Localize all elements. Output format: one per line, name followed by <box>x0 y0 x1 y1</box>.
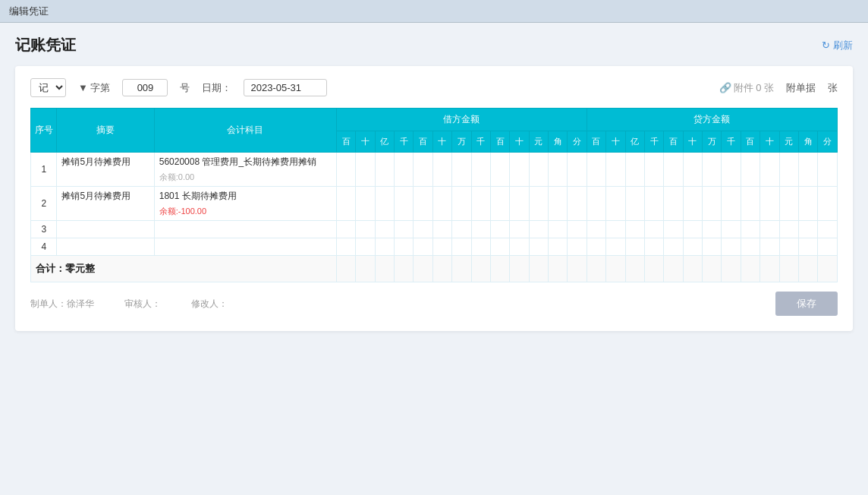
row1-credit-9[interactable] <box>760 187 779 221</box>
row1-debit-1[interactable] <box>356 187 375 221</box>
row3-debit-3[interactable] <box>395 238 414 256</box>
row2-credit-0[interactable] <box>587 221 605 238</box>
row0-debit-2[interactable] <box>375 153 394 187</box>
row3-debit-2[interactable] <box>375 238 394 256</box>
row1-debit-3[interactable] <box>395 187 414 221</box>
row2-credit-9[interactable] <box>760 221 779 238</box>
row3-credit-6[interactable] <box>703 238 722 256</box>
zi-number-input[interactable] <box>122 79 168 96</box>
row0-debit-6[interactable] <box>452 153 471 187</box>
row0-credit-11[interactable] <box>798 153 817 187</box>
row0-credit-1[interactable] <box>606 153 625 187</box>
row1-credit-11[interactable] <box>798 187 817 221</box>
row1-credit-12[interactable] <box>818 187 838 221</box>
row0-debit-4[interactable] <box>414 153 432 187</box>
row3-credit-11[interactable] <box>798 238 817 256</box>
row2-credit-3[interactable] <box>644 221 663 238</box>
row3-credit-0[interactable] <box>587 238 605 256</box>
row0-debit-7[interactable] <box>471 153 490 187</box>
row3-debit-7[interactable] <box>471 238 490 256</box>
row3-credit-5[interactable] <box>683 238 702 256</box>
row2-credit-7[interactable] <box>722 221 741 238</box>
row0-credit-4[interactable] <box>664 153 683 187</box>
row1-credit-5[interactable] <box>683 187 702 221</box>
row2-credit-5[interactable] <box>683 221 702 238</box>
row2-credit-11[interactable] <box>798 221 817 238</box>
row1-debit-2[interactable] <box>375 187 394 221</box>
row-subject-3[interactable] <box>154 238 336 256</box>
row-summary-2[interactable] <box>57 221 154 238</box>
row2-credit-2[interactable] <box>625 221 644 238</box>
row2-credit-6[interactable] <box>703 221 722 238</box>
row2-debit-10[interactable] <box>529 221 548 238</box>
row2-debit-8[interactable] <box>490 221 509 238</box>
date-input[interactable] <box>244 79 327 96</box>
row0-debit-8[interactable] <box>490 153 509 187</box>
row1-debit-10[interactable] <box>529 187 548 221</box>
row1-debit-4[interactable] <box>414 187 432 221</box>
row2-credit-8[interactable] <box>741 221 760 238</box>
row0-debit-12[interactable] <box>568 153 587 187</box>
row2-debit-6[interactable] <box>452 221 471 238</box>
row1-credit-6[interactable] <box>703 187 722 221</box>
row1-debit-8[interactable] <box>490 187 509 221</box>
row3-debit-6[interactable] <box>452 238 471 256</box>
row0-credit-5[interactable] <box>683 153 702 187</box>
row0-credit-12[interactable] <box>818 153 838 187</box>
row2-debit-0[interactable] <box>336 221 355 238</box>
row2-debit-2[interactable] <box>375 221 394 238</box>
row3-credit-4[interactable] <box>664 238 683 256</box>
row3-credit-1[interactable] <box>606 238 625 256</box>
row3-debit-8[interactable] <box>490 238 509 256</box>
row0-credit-7[interactable] <box>722 153 741 187</box>
row3-debit-5[interactable] <box>432 238 451 256</box>
row0-debit-1[interactable] <box>356 153 375 187</box>
row1-credit-10[interactable] <box>779 187 798 221</box>
row0-debit-0[interactable] <box>336 153 355 187</box>
row2-credit-1[interactable] <box>606 221 625 238</box>
row2-debit-4[interactable] <box>414 221 432 238</box>
attachment-link[interactable]: 🔗 附件 0 张 <box>719 81 774 95</box>
row3-credit-3[interactable] <box>644 238 663 256</box>
row0-credit-0[interactable] <box>587 153 605 187</box>
row3-credit-12[interactable] <box>818 238 838 256</box>
row0-debit-9[interactable] <box>510 153 529 187</box>
row3-debit-4[interactable] <box>414 238 432 256</box>
row3-credit-8[interactable] <box>741 238 760 256</box>
attachment-single[interactable]: 附单据 <box>786 81 816 95</box>
row-summary-3[interactable] <box>57 238 154 256</box>
row0-credit-9[interactable] <box>760 153 779 187</box>
row0-credit-6[interactable] <box>703 153 722 187</box>
row0-debit-5[interactable] <box>432 153 451 187</box>
row2-credit-10[interactable] <box>779 221 798 238</box>
type-select[interactable]: 记 <box>30 78 66 97</box>
row3-credit-9[interactable] <box>760 238 779 256</box>
row0-debit-3[interactable] <box>395 153 414 187</box>
row2-debit-1[interactable] <box>356 221 375 238</box>
row1-debit-12[interactable] <box>568 187 587 221</box>
row-subject-1[interactable]: 1801 长期待摊费用余额:-100.00 <box>154 187 336 221</box>
refresh-button[interactable]: ↻ 刷新 <box>822 39 853 52</box>
row1-debit-7[interactable] <box>471 187 490 221</box>
row1-credit-3[interactable] <box>644 187 663 221</box>
row1-credit-2[interactable] <box>625 187 644 221</box>
row1-credit-8[interactable] <box>741 187 760 221</box>
row-subject-2[interactable] <box>154 221 336 238</box>
row0-credit-8[interactable] <box>741 153 760 187</box>
row2-debit-11[interactable] <box>549 221 568 238</box>
row2-debit-12[interactable] <box>568 221 587 238</box>
row1-credit-4[interactable] <box>664 187 683 221</box>
row3-debit-9[interactable] <box>510 238 529 256</box>
row1-credit-1[interactable] <box>606 187 625 221</box>
row2-credit-4[interactable] <box>664 221 683 238</box>
save-button[interactable]: 保存 <box>775 292 838 316</box>
table-row[interactable]: 1摊销5月待摊费用56020008 管理费用_长期待摊费用摊销余额:0.00 <box>31 153 838 187</box>
row2-debit-9[interactable] <box>510 221 529 238</box>
row3-debit-10[interactable] <box>529 238 548 256</box>
row1-credit-0[interactable] <box>587 187 605 221</box>
row-summary-1[interactable]: 摊销5月待摊费用 <box>57 187 154 221</box>
row3-debit-12[interactable] <box>568 238 587 256</box>
row1-debit-9[interactable] <box>510 187 529 221</box>
row3-debit-1[interactable] <box>356 238 375 256</box>
row0-debit-11[interactable] <box>549 153 568 187</box>
